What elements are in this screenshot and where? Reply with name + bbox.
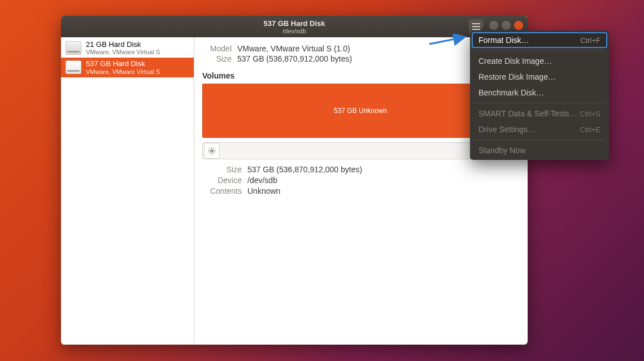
disk-subtitle: VMware, VMware Virtual S — [86, 68, 160, 75]
disk-sidebar: 21 GB Hard Disk VMware, VMware Virtual S… — [61, 37, 194, 345]
menu-shortcut: Ctrl+E — [580, 125, 601, 134]
maximize-button[interactable] — [502, 21, 511, 30]
detail-contents-value: Unknown — [247, 186, 280, 195]
menu-shortcut: Ctrl+S — [580, 110, 601, 118]
menu-benchmark-disk[interactable]: Benchmark Disk… — [472, 85, 607, 101]
menu-separator — [474, 103, 605, 103]
detail-device-value: /dev/sdb — [247, 176, 277, 185]
disks-window: 537 GB Hard Disk /dev/sdb 21 GB Hard Dis… — [61, 16, 528, 345]
size-label: Size — [202, 54, 232, 63]
model-value: VMware, VMware Virtual S (1.0) — [237, 44, 350, 53]
menu-drive-settings: Drive Settings… Ctrl+E — [472, 121, 607, 137]
window-title: 537 GB Hard Disk — [263, 19, 325, 28]
menu-label: Restore Disk Image… — [478, 72, 556, 81]
hard-disk-icon — [66, 60, 81, 74]
disk-menu: Format Disk… Ctrl+F Create Disk Image… R… — [470, 31, 609, 160]
menu-shortcut: Ctrl+F — [580, 36, 601, 45]
detail-device-label: Device — [202, 176, 242, 185]
volume-options-button[interactable] — [204, 143, 220, 159]
menu-format-disk[interactable]: Format Disk… Ctrl+F — [472, 32, 607, 48]
window-body: 21 GB Hard Disk VMware, VMware Virtual S… — [61, 37, 528, 345]
menu-label: Format Disk… — [478, 36, 529, 45]
detail-contents-label: Contents — [202, 186, 242, 195]
detail-size-label: Size — [202, 165, 242, 174]
menu-separator — [474, 50, 605, 51]
disk-subtitle: VMware, VMware Virtual S — [86, 49, 160, 55]
sidebar-disk-0[interactable]: 21 GB Hard Disk VMware, VMware Virtual S — [61, 38, 194, 58]
size-value: 537 GB (536,870,912,000 bytes) — [237, 54, 352, 63]
menu-smart-data: SMART Data & Self-Tests… Ctrl+S — [472, 106, 607, 121]
window-subtitle: /dev/sdb — [282, 28, 306, 34]
minimize-button[interactable] — [489, 21, 498, 30]
detail-size-value: 537 GB (536,870,912,000 bytes) — [247, 165, 362, 174]
close-button[interactable] — [514, 21, 523, 30]
model-label: Model — [202, 44, 232, 53]
disk-name: 21 GB Hard Disk — [86, 41, 160, 49]
volume-detail: Size 537 GB (536,870,912,000 bytes) Devi… — [202, 165, 519, 195]
window-controls — [489, 21, 523, 30]
menu-standby-now: Standby Now — [472, 142, 607, 158]
hard-disk-icon — [66, 41, 81, 55]
menu-label: Create Disk Image… — [478, 56, 552, 66]
menu-label: Benchmark Disk… — [478, 88, 544, 97]
svg-point-0 — [211, 150, 213, 152]
menu-separator — [474, 140, 605, 140]
volume-block-text: 537 GB Unknown — [334, 107, 387, 115]
sidebar-disk-1[interactable]: 537 GB Hard Disk VMware, VMware Virtual … — [61, 58, 194, 77]
menu-restore-disk-image[interactable]: Restore Disk Image… — [472, 69, 607, 85]
menu-label: Drive Settings… — [478, 125, 536, 134]
disk-name: 537 GB Hard Disk — [86, 60, 160, 68]
titlebar: 537 GB Hard Disk /dev/sdb — [61, 16, 528, 37]
menu-label: Standby Now — [478, 146, 525, 155]
menu-label: SMART Data & Self-Tests… — [478, 109, 577, 118]
menu-create-disk-image[interactable]: Create Disk Image… — [472, 53, 607, 69]
